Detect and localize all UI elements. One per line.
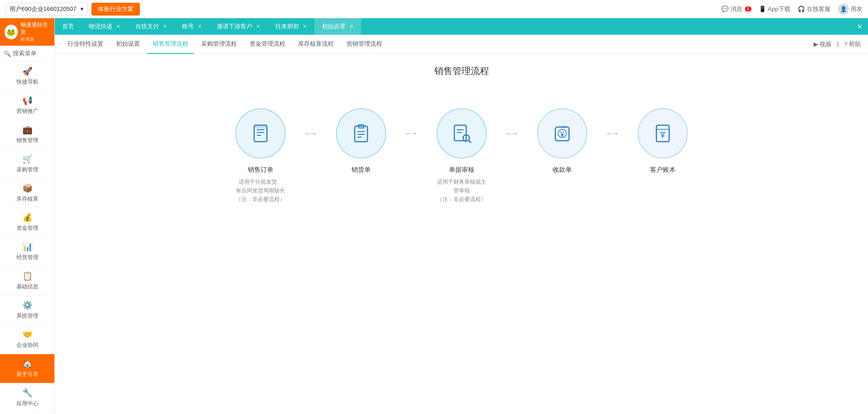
sub-tab-label: 库存核算流程 (298, 40, 334, 48)
nav-label: 新手引导 (16, 371, 38, 378)
nav-tab-label: 账号 (182, 22, 194, 31)
sidebar-item-应用中心[interactable]: 🔧应用中心 (0, 383, 54, 413)
flow-circle-icon (437, 108, 487, 159)
sub-tabs-right: ▶ 视频 | ? 帮助 (814, 40, 861, 48)
app-icon: 📱 (759, 5, 766, 12)
sub-tab-行业特性设置[interactable]: 行业特性设置 (62, 35, 109, 54)
flow-step-label: 销售订单 (248, 166, 273, 174)
logo-icon: 🐸 (5, 25, 18, 39)
sub-tab-库存核算流程[interactable]: 库存核算流程 (293, 35, 339, 54)
nav-tab-首页[interactable]: 首页 (55, 18, 81, 35)
nav-tabs-close[interactable]: ✕ (852, 23, 868, 30)
flow-step-desc: 适用于分批发货、 有合同发货周期较长 （注：非必要流程） (236, 178, 285, 204)
chevron-down-icon: ▾ (80, 5, 84, 12)
avatar-icon: 👤 (838, 4, 849, 15)
video-link[interactable]: ▶ 视频 (814, 40, 831, 48)
sub-tab-销售管理流程[interactable]: 销售管理流程 (147, 35, 194, 54)
sidebar-item-企业协同[interactable]: 🤝企业协同 (0, 325, 54, 354)
sub-tab-label: 销售管理流程 (153, 40, 188, 48)
flow-step-销货单: 销货单 (325, 108, 398, 178)
nav-tab-物流快递[interactable]: 物流快递✕ (81, 18, 128, 35)
nav-label: 营销推广 (16, 107, 38, 115)
logo-title: 畅捷通好生意 (21, 21, 50, 36)
svg-line-14 (469, 140, 471, 143)
sidebar-item-基础信息[interactable]: 📋基础信息 (0, 266, 54, 296)
messages-item[interactable]: 💬 消息 6 (721, 5, 751, 13)
nav-tab-邀请下游客户[interactable]: 邀请下游客户✕ (209, 18, 268, 35)
nav-tab-初始设置[interactable]: 初始设置✕ (314, 18, 361, 35)
nav-label: 企业协同 (16, 341, 38, 349)
nav-label: 销售管理 (16, 137, 38, 144)
flow-arrow: ···→ (599, 108, 626, 138)
nav-icon: 📋 (22, 271, 32, 281)
nav-tab-往来期初[interactable]: 往来期初✕ (268, 18, 314, 35)
help-link[interactable]: ? 帮助 (844, 40, 861, 48)
nav-tabs-container: 首页物流快递✕在线支付✕账号✕邀请下游客户✕往来期初✕初始设置✕ (55, 18, 361, 35)
flow-circle-icon (336, 108, 386, 159)
flow-diagram: 销售订单适用于分批发货、 有合同发货周期较长 （注：非必要流程）···→销货单·… (66, 99, 857, 213)
user-item[interactable]: 👤 用友 (838, 4, 863, 15)
logo-sub: 标准版 (21, 36, 50, 42)
flow-circle-icon: ¥ (537, 108, 587, 159)
tab-close-icon[interactable]: ✕ (116, 23, 121, 30)
sidebar-item-销售管理[interactable]: 💼销售管理 (0, 120, 54, 149)
sidebar-item-营销推广[interactable]: 📢营销推广 (0, 91, 54, 120)
nav-tabs: 首页物流快递✕在线支付✕账号✕邀请下游客户✕往来期初✕初始设置✕ ✕ (55, 18, 868, 35)
sidebar-item-采购管理[interactable]: 🛒采购管理 (0, 149, 54, 179)
nav-label: 快捷导航 (16, 78, 38, 86)
nav-icon: ⚙️ (22, 300, 32, 310)
app-download-item[interactable]: 📱 App下载 (759, 5, 790, 13)
sidebar-item-经营管理[interactable]: 📊经营管理 (0, 237, 54, 266)
flow-arrow: ···→ (398, 108, 425, 138)
search-menu-label: 搜索菜单 (13, 49, 37, 58)
page-title: 销售管理流程 (66, 65, 857, 77)
sidebar-item-资金管理[interactable]: 💰资金管理 (0, 208, 54, 237)
search-menu[interactable]: 🔍 搜索菜单 (0, 46, 54, 62)
tab-close-icon[interactable]: ✕ (197, 23, 202, 30)
tab-close-icon[interactable]: ✕ (303, 23, 307, 30)
tab-close-icon[interactable]: ✕ (256, 23, 261, 30)
nav-icon: 💰 (22, 212, 32, 223)
online-service-item[interactable]: 🎧 在线客服 (798, 5, 831, 13)
main-content: 首页物流快递✕在线支付✕账号✕邀请下游客户✕往来期初✕初始设置✕ ✕ 行业特性设… (55, 18, 868, 414)
nav-tab-label: 初始设置 (322, 22, 346, 31)
tab-close-icon[interactable]: ✕ (349, 23, 354, 30)
top-bar: 用户690企业1660120507 ▾ 体验行业方案 💬 消息 6 📱 App下… (0, 0, 868, 18)
sub-tab-资金管理流程[interactable]: 资金管理流程 (244, 35, 291, 54)
nav-label: 系统管理 (16, 312, 38, 320)
sidebar-item-库存核算[interactable]: 📦库存核算 (0, 179, 54, 208)
nav-tab-label: 在线支付 (135, 22, 159, 31)
sub-tab-label: 采购管理流程 (201, 40, 237, 48)
company-name: 用户690企业1660120507 (10, 5, 76, 13)
nav-label: 库存核算 (16, 195, 38, 203)
nav-tab-账号[interactable]: 账号✕ (175, 18, 209, 35)
flow-step-客户账本: ¥客户账本 (626, 108, 699, 178)
page-content: 销售管理流程 销售订单适用于分批发货、 有合同发货周期较长 （注：非必要流程）·… (55, 54, 868, 414)
sub-tab-初始设置[interactable]: 初始设置 (111, 35, 145, 54)
sidebar-item-快捷导航[interactable]: 🚀快捷导航 (0, 62, 54, 91)
nav-icon: 🚀 (22, 66, 32, 76)
nav-icon: 🔧 (22, 388, 32, 398)
flow-step-label: 客户账本 (650, 166, 676, 174)
trial-button[interactable]: 体验行业方案 (91, 3, 140, 16)
sidebar-item-系统管理[interactable]: ⚙️系统管理 (0, 296, 54, 325)
nav-tab-在线支付[interactable]: 在线支付✕ (128, 18, 175, 35)
sub-tab-label: 营销管理流程 (346, 40, 382, 48)
flow-circle-icon (235, 108, 286, 159)
question-icon: ? (844, 41, 847, 48)
sub-tab-采购管理流程[interactable]: 采购管理流程 (196, 35, 242, 54)
tab-close-icon[interactable]: ✕ (163, 23, 167, 30)
flow-arrow: ···→ (297, 108, 325, 138)
headset-icon: 🎧 (798, 5, 805, 12)
message-icon: 💬 (721, 5, 729, 12)
flow-step-单据审核: 单据审核适用于财务审核或主 管审核 （注：非必要流程） (425, 108, 498, 204)
nav-label: 采购管理 (16, 166, 38, 174)
user-name: 用友 (851, 5, 863, 13)
nav-icon: 🛒 (22, 154, 32, 164)
sidebar-item-新手引导[interactable]: 🏠新手引导 (0, 354, 54, 383)
sub-tab-营销管理流程[interactable]: 营销管理流程 (341, 35, 388, 54)
flow-step-label: 销货单 (351, 166, 371, 174)
flow-arrow: ···→ (498, 108, 526, 138)
search-icon: 🔍 (4, 50, 11, 57)
company-select[interactable]: 用户690企业1660120507 ▾ (5, 3, 88, 16)
